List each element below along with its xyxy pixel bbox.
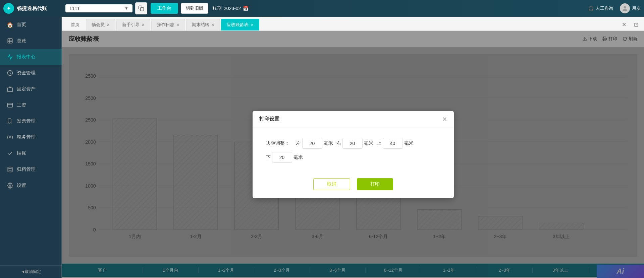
cancel-button[interactable]: 取消 xyxy=(313,178,350,190)
margin-bottom-item: 下 毫米 xyxy=(266,152,303,163)
tab-guide-label: 新手引导 xyxy=(122,22,140,28)
workbench-button[interactable]: 工作台 xyxy=(151,3,178,14)
sidebar-item-checkout[interactable]: 结账 xyxy=(0,145,62,161)
tab-home[interactable]: 首页 xyxy=(65,19,85,30)
margin-left-label: 左 xyxy=(296,140,301,146)
margin-top-label: 上 xyxy=(377,140,381,146)
ledger-icon xyxy=(7,38,13,44)
header-right: 🎧 人工咨询 用友 xyxy=(588,3,641,13)
fixed-assets-icon xyxy=(7,86,13,92)
username-label: 用友 xyxy=(632,5,641,11)
sidebar-item-ledger[interactable]: 总账 xyxy=(0,33,62,49)
tab-aging-close-icon[interactable]: ✕ xyxy=(251,23,254,27)
consultation-button[interactable]: 🎧 人工咨询 xyxy=(588,5,613,11)
sidebar-item-archive[interactable]: 归档管理 xyxy=(0,161,62,178)
avatar xyxy=(620,3,630,13)
print-settings-modal: 打印设置 ✕ 边距调整： 左 毫米 右 xyxy=(253,111,454,198)
period-label: 账期 xyxy=(212,5,222,11)
sidebar-item-fixed-assets[interactable]: 固定资产 xyxy=(0,81,62,97)
tabs-bar: 首页 畅会员 ✕ 新手引导 ✕ 操作日志 ✕ 期末结转 ✕ 应收账龄表 ✕ xyxy=(62,17,644,31)
sidebar-label-tax: 税务管理 xyxy=(17,134,36,140)
margin-bottom-label: 下 xyxy=(266,154,271,160)
close-window-button[interactable]: ✕ xyxy=(619,20,629,29)
svg-rect-7 xyxy=(8,88,13,91)
svg-rect-8 xyxy=(8,103,13,107)
content-area: 首页 畅会员 ✕ 新手引导 ✕ 操作日志 ✕ 期末结转 ✕ 应收账龄表 ✕ xyxy=(62,17,644,278)
modal-title: 打印设置 xyxy=(259,116,279,122)
logo-icon: ✦ xyxy=(3,3,14,14)
copy-button[interactable] xyxy=(135,2,147,14)
margin-right-input[interactable] xyxy=(342,138,363,149)
svg-rect-0 xyxy=(141,8,144,11)
tab-period-end[interactable]: 期末结转 ✕ xyxy=(186,19,220,30)
sidebar-item-home[interactable]: 🏠 首页 xyxy=(0,17,62,33)
margin-bottom-input[interactable] xyxy=(272,152,292,163)
tab-member-close-icon[interactable]: ✕ xyxy=(107,23,110,27)
header: ✦ 畅捷通易代账 1111 ▼ 工作台 切到旧版 账期 2023-02 📅 🎧 … xyxy=(0,0,644,17)
modal-header: 打印设置 ✕ xyxy=(253,111,454,128)
margin-right-label: 右 xyxy=(336,140,341,146)
modal-body: 边距调整： 左 毫米 右 毫米 xyxy=(253,128,454,173)
headset-icon: 🎧 xyxy=(588,6,594,11)
company-name: 1111 xyxy=(69,6,122,11)
sidebar-label-checkout: 结账 xyxy=(17,150,26,156)
modal-close-icon[interactable]: ✕ xyxy=(442,116,447,123)
margin-adjustment-row: 边距调整： 左 毫米 右 毫米 xyxy=(266,138,440,163)
svg-rect-2 xyxy=(8,39,12,43)
maximize-window-button[interactable]: ⊡ xyxy=(631,20,641,29)
margin-top-unit: 毫米 xyxy=(404,140,414,146)
period-display: 账期 2023-02 📅 xyxy=(212,5,249,11)
margin-right-item: 右 毫米 xyxy=(336,138,373,149)
sidebar: 🏠 首页 总账 报表中心 资金管理 固定资产 xyxy=(0,17,62,278)
funds-icon xyxy=(7,70,13,76)
main-layout: 🏠 首页 总账 报表中心 资金管理 固定资产 xyxy=(0,17,644,278)
window-controls: ✕ ⊡ xyxy=(619,20,641,30)
svg-point-12 xyxy=(9,185,11,187)
tab-member[interactable]: 畅会员 ✕ xyxy=(86,19,115,30)
sidebar-label-salary: 工资 xyxy=(17,102,26,108)
collapse-label: ◄取消固定 xyxy=(21,269,41,275)
sidebar-label-archive: 归档管理 xyxy=(17,166,36,172)
sidebar-item-salary[interactable]: 工资 xyxy=(0,97,62,113)
sidebar-label-settings: 设置 xyxy=(17,183,26,189)
tab-aging[interactable]: 应收账龄表 ✕ xyxy=(221,19,259,30)
svg-point-11 xyxy=(8,167,12,169)
tab-period-end-label: 期末结转 xyxy=(192,22,209,28)
sidebar-label-funds: 资金管理 xyxy=(17,70,36,76)
tab-guide[interactable]: 新手引导 ✕ xyxy=(116,19,150,30)
sidebar-item-invoice[interactable]: 发票管理 xyxy=(0,113,62,129)
sidebar-label-home: 首页 xyxy=(17,22,26,28)
sidebar-item-settings[interactable]: 设置 xyxy=(0,178,62,194)
switch-version-button[interactable]: 切到旧版 xyxy=(181,3,208,14)
tab-oplog-label: 操作日志 xyxy=(157,22,174,28)
consultation-label: 人工咨询 xyxy=(596,5,613,11)
calendar-icon[interactable]: 📅 xyxy=(243,6,249,11)
checkout-icon xyxy=(7,150,13,157)
sidebar-item-reports[interactable]: 报表中心 xyxy=(0,49,62,65)
tab-oplog-close-icon[interactable]: ✕ xyxy=(176,23,179,27)
tab-home-label: 首页 xyxy=(71,22,79,28)
home-icon: 🏠 xyxy=(7,21,13,28)
sidebar-item-tax[interactable]: 税务管理 xyxy=(0,129,62,145)
svg-point-1 xyxy=(624,6,626,8)
sidebar-collapse-button[interactable]: ◄取消固定 xyxy=(0,265,62,278)
margin-left-item: 左 毫米 xyxy=(296,138,333,149)
company-selector[interactable]: 1111 ▼ xyxy=(65,4,132,12)
salary-icon xyxy=(7,102,13,109)
margin-adjustment-label: 边距调整： xyxy=(266,140,289,146)
tab-guide-close-icon[interactable]: ✕ xyxy=(142,23,145,27)
tab-aging-label: 应收账龄表 xyxy=(227,22,249,28)
sidebar-item-funds[interactable]: 资金管理 xyxy=(0,65,62,81)
user-menu[interactable]: 用友 xyxy=(620,3,641,13)
confirm-print-button[interactable]: 打印 xyxy=(357,178,393,190)
margin-top-input[interactable] xyxy=(383,138,403,149)
margin-right-unit: 毫米 xyxy=(364,140,373,146)
archive-icon xyxy=(7,166,13,173)
svg-point-10 xyxy=(9,137,11,138)
tab-oplog[interactable]: 操作日志 ✕ xyxy=(151,19,185,30)
chevron-down-icon: ▼ xyxy=(124,6,128,11)
margin-left-input[interactable] xyxy=(302,138,322,149)
tab-period-end-close-icon[interactable]: ✕ xyxy=(211,23,214,27)
sidebar-label-reports: 报表中心 xyxy=(17,54,36,60)
sidebar-label-fixed-assets: 固定资产 xyxy=(17,86,36,92)
